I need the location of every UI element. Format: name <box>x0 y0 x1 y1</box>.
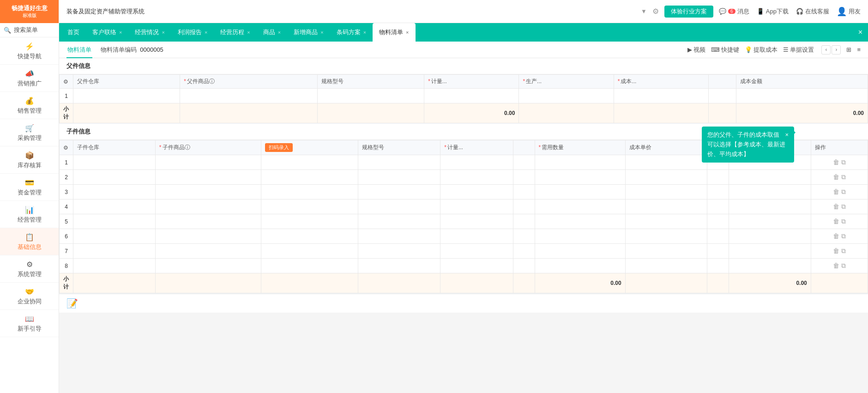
sidebar-item-basicinfo[interactable]: 📋 基础信息 <box>0 228 59 255</box>
close-all-tabs[interactable]: × <box>855 28 866 36</box>
close-addgoods-tab[interactable]: × <box>320 30 323 35</box>
settings2-icon: ☰ <box>783 46 789 53</box>
sidebar-item-search[interactable]: 🔍 搜索菜单 <box>0 23 59 37</box>
copy-icon-6[interactable]: ⧉ <box>841 232 846 240</box>
close-barcode-tab[interactable]: × <box>363 30 366 35</box>
dropdown-arrow-icon[interactable]: ▼ <box>641 8 647 15</box>
tab-addgoods[interactable]: 新增商品 × <box>287 23 330 42</box>
child-unit-1[interactable] <box>440 155 513 170</box>
child-warehouse-1[interactable] <box>73 155 156 170</box>
sidebar-item-operations[interactable]: 📊 经营管理 <box>0 201 59 228</box>
experience-btn[interactable]: 体验行业方案 <box>664 6 713 18</box>
online-service-btn[interactable]: 🎧 在线客服 <box>796 7 829 16</box>
col-sort <box>708 75 736 89</box>
child-col-unit-cost: 成本单价 <box>625 140 707 155</box>
col-production: 生产... <box>519 75 614 89</box>
child-qty-2[interactable] <box>535 170 625 185</box>
child-spec-2[interactable] <box>358 170 440 185</box>
child-unit-2[interactable] <box>440 170 513 185</box>
copy-icon-8[interactable]: ⧉ <box>841 262 846 270</box>
delete-icon-5[interactable]: 🗑 <box>833 218 839 225</box>
delete-icon-4[interactable]: 🗑 <box>833 203 839 211</box>
child-col-warehouse: 子件仓库 <box>73 140 156 155</box>
copy-icon-3[interactable]: ⧉ <box>841 188 846 196</box>
copy-icon-4[interactable]: ⧉ <box>841 203 846 211</box>
child-row-3: 3 <box>60 185 73 200</box>
sidebar-item-sales[interactable]: 💰 销售管理 <box>0 92 59 119</box>
delete-icon-2[interactable]: 🗑 <box>833 173 839 181</box>
child-subtotal-qty: 0.00 <box>535 273 625 293</box>
delete-icon-7[interactable]: 🗑 <box>833 247 839 255</box>
parent-warehouse-cell[interactable] <box>73 89 180 103</box>
child-ucost-1[interactable] <box>625 155 707 170</box>
sidebar-item-guide[interactable]: 📖 新手引导 <box>0 310 59 337</box>
parent-goods-cell[interactable] <box>180 89 318 103</box>
prev-arrow[interactable]: ‹ <box>821 45 831 54</box>
parent-spec-cell[interactable] <box>317 89 424 103</box>
tab-barcode[interactable]: 条码方案 × <box>330 23 373 42</box>
tab-profit[interactable]: 利润报告 × <box>171 23 214 42</box>
cost-action[interactable]: 💡 提取成本 <box>745 46 778 54</box>
copy-icon-2[interactable]: ⧉ <box>841 173 846 181</box>
child-col-scan[interactable]: 扫码录入 <box>261 140 358 155</box>
tab-goods[interactable]: 商品 × <box>257 23 287 42</box>
settings-icon[interactable]: ⚙ <box>652 7 659 16</box>
child-action-2: 🗑 ⧉ <box>811 170 868 185</box>
parent-cost-cell[interactable] <box>614 89 708 103</box>
next-arrow[interactable]: › <box>832 45 841 54</box>
tab-history[interactable]: 经营历程 × <box>214 23 256 42</box>
shortcut-label: 快捷键 <box>721 46 739 54</box>
tab-operations-label: 经营情况 <box>135 28 159 36</box>
close-customer-tab[interactable]: × <box>119 30 122 35</box>
close-operations-tab[interactable]: × <box>162 30 164 35</box>
subheader-tab-code: 物料清单编码 0000005 <box>100 42 164 58</box>
child-spec-1[interactable] <box>358 155 440 170</box>
shortcut-action[interactable]: ⌨ 快捷键 <box>711 46 739 54</box>
child-col-gear[interactable]: ⚙ <box>60 140 73 155</box>
tab-operations[interactable]: 经营情况 × <box>128 23 171 42</box>
child-ucost-2[interactable] <box>625 170 707 185</box>
close-profit-tab[interactable]: × <box>205 30 207 35</box>
message-btn[interactable]: 💬 6 消息 <box>719 7 749 16</box>
nav-arrows: ‹ › <box>821 45 841 54</box>
parent-production-cell[interactable] <box>519 89 614 103</box>
sidebar-item-finance[interactable]: 💳 资金管理 <box>0 174 59 201</box>
sidebar-item-quicknav[interactable]: ⚡ 快捷导航 <box>0 37 59 65</box>
close-history-tab[interactable]: × <box>247 30 250 35</box>
message-label: 消息 <box>737 7 749 16</box>
parent-unit-cell[interactable] <box>424 89 519 103</box>
list-view-icon[interactable]: ≡ <box>857 46 861 53</box>
child-qty-1[interactable] <box>535 155 625 170</box>
settings-action[interactable]: ☰ 单据设置 <box>783 46 814 54</box>
grid-view-icon[interactable]: ⊞ <box>846 46 851 53</box>
col-gear[interactable]: ⚙ <box>60 75 73 89</box>
sidebar-item-marketing[interactable]: 📣 营销推广 <box>0 65 59 92</box>
app-download-btn[interactable]: 📱 App下载 <box>757 7 789 16</box>
close-bom-tab[interactable]: × <box>406 30 409 35</box>
tab-home[interactable]: 首页 <box>61 23 86 42</box>
delete-icon-8[interactable]: 🗑 <box>833 262 839 270</box>
tab-bom[interactable]: 物料清单 × <box>373 23 415 42</box>
subheader-tab-bom[interactable]: 物料清单 <box>66 42 92 58</box>
child-goods-1[interactable] <box>155 155 261 170</box>
user-btn[interactable]: 👤 用友 <box>837 6 861 17</box>
delete-icon-1[interactable]: 🗑 <box>833 158 839 166</box>
view-action[interactable]: ▶ 视频 <box>687 46 705 54</box>
copy-icon-1[interactable]: ⧉ <box>841 158 846 166</box>
child-warehouse-2[interactable] <box>73 170 156 185</box>
close-goods-tab[interactable]: × <box>278 30 281 35</box>
child-goods-2[interactable] <box>155 170 261 185</box>
copy-icon-7[interactable]: ⧉ <box>841 247 846 255</box>
note-icon[interactable]: 📝 <box>66 298 78 309</box>
scan-input-btn[interactable]: 扫码录入 <box>265 143 293 152</box>
user-label: 用友 <box>849 7 861 16</box>
delete-icon-3[interactable]: 🗑 <box>833 188 839 196</box>
copy-icon-5[interactable]: ⧉ <box>841 218 846 225</box>
tab-customer[interactable]: 客户联络 × <box>86 23 128 42</box>
delete-icon-6[interactable]: 🗑 <box>833 232 839 240</box>
tooltip-close-btn[interactable]: × <box>785 130 789 140</box>
sidebar-item-inventory[interactable]: 📦 库存核算 <box>0 146 59 174</box>
sidebar-item-system[interactable]: ⚙ 系统管理 <box>0 255 59 283</box>
sidebar-item-collab[interactable]: 🤝 企业协同 <box>0 283 59 310</box>
sidebar-item-purchase[interactable]: 🛒 采购管理 <box>0 119 59 146</box>
